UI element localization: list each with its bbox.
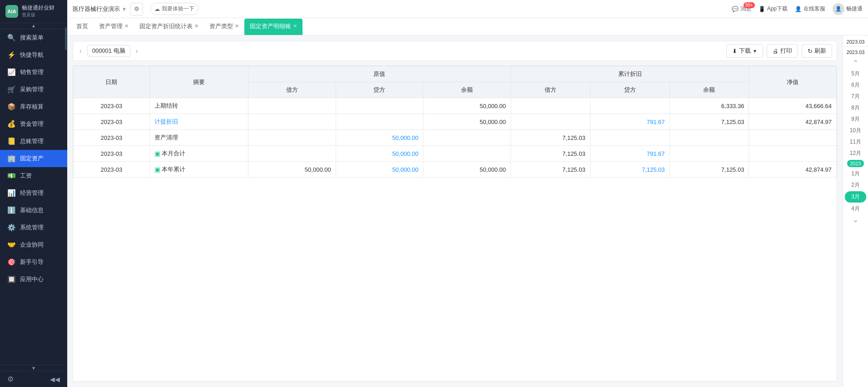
- sidebar-item-operations[interactable]: 📊 经营管理: [0, 184, 67, 202]
- timeline-nav-down[interactable]: ⌄: [852, 214, 859, 225]
- sidebar-bottom: ⚙ ◀◀: [0, 371, 67, 387]
- tab-asset-management[interactable]: 资产管理 ✕: [94, 19, 134, 35]
- purchase-icon: 🛒: [7, 85, 15, 94]
- sidebar-item-guide[interactable]: 🎯 新手引导: [0, 253, 67, 271]
- tl-month-9[interactable]: 9月: [843, 114, 868, 125]
- th-original-value: 原值: [248, 66, 511, 82]
- table-row: 2023-03计提折旧50,000.00791.677,125.0342,874…: [74, 114, 837, 130]
- sidebar-item-system[interactable]: ⚙️ 系统管理: [0, 219, 67, 236]
- timeline-panel: 2023.03 2023.03 ⌃ 5月 6月 7月 8月 9月 10月 11月…: [843, 35, 868, 387]
- sidebar-item-fixed-assets[interactable]: 🏢 固定资产: [0, 150, 67, 167]
- tl-month-4[interactable]: 4月: [843, 203, 868, 214]
- print-button[interactable]: 🖨 打印: [767, 44, 798, 58]
- finance-icon: 💰: [7, 120, 15, 128]
- table-row: 2023-03上期结转50,000.006,333.3643,666.64: [74, 98, 837, 114]
- sidebar-item-basics[interactable]: ℹ️ 基础信息: [0, 202, 67, 219]
- th-ad-credit: 贷方: [590, 82, 670, 98]
- sidebar-item-quicknav[interactable]: ⚡ 快捷导航: [0, 46, 67, 64]
- settings-icon[interactable]: ⚙: [7, 375, 14, 383]
- tl-year-2023: 2023: [847, 160, 863, 167]
- logo-text: 畅捷通好业财 普及版: [22, 5, 55, 18]
- table-row: 2023-03▣本年累计50,000.0050,000.0050,000.007…: [74, 162, 837, 178]
- download-button[interactable]: ⬇ 下载 ▼: [726, 44, 763, 58]
- sidebar-item-ledger[interactable]: 📒 总账管理: [0, 133, 67, 150]
- tab-home[interactable]: 首页: [71, 19, 94, 35]
- print-icon: 🖨: [773, 48, 779, 55]
- customer-service-button[interactable]: 👤 在线客服: [795, 5, 825, 13]
- experience-button[interactable]: ☁ 我要体验一下: [150, 3, 198, 15]
- tab-close-asset-ledger[interactable]: ✕: [293, 23, 297, 29]
- sidebar-item-payroll[interactable]: 💵 工资: [0, 167, 67, 184]
- avatar: 👤: [833, 3, 844, 15]
- asset-prev-button[interactable]: ‹: [78, 46, 84, 55]
- th-summary: 摘要: [149, 66, 248, 98]
- tl-month-6[interactable]: 6月: [843, 79, 868, 91]
- tab-asset-ledger[interactable]: 固定资产明细账 ✕: [244, 19, 303, 35]
- fixed-assets-icon: 🏢: [7, 154, 15, 163]
- tabs-bar: 首页 资产管理 ✕ 固定资产折旧统计表 ✕ 资产类型 ✕ 固定资产明细账 ✕: [67, 18, 868, 35]
- system-icon: ⚙️: [7, 223, 15, 232]
- download-icon: 📱: [759, 6, 765, 12]
- tab-depreciation-stats[interactable]: 固定资产折旧统计表 ✕: [134, 19, 204, 35]
- refresh-icon: ↻: [808, 48, 813, 55]
- sidebar-item-finance[interactable]: 💰 资金管理: [0, 115, 67, 133]
- tab-close-depreciation-stats[interactable]: ✕: [194, 23, 198, 29]
- refresh-button[interactable]: ↻ 刷新: [802, 44, 832, 58]
- messages-button[interactable]: 💬 消息 99+: [732, 5, 751, 13]
- sidebar-scroll-up[interactable]: ▲: [31, 24, 36, 28]
- th-accumulated-depreciation: 累计折旧: [511, 66, 749, 82]
- timeline-header1: 2023.03: [843, 37, 868, 47]
- timeline-nav-up[interactable]: ⌃: [852, 58, 859, 68]
- tab-close-asset-management[interactable]: ✕: [124, 23, 129, 29]
- tl-month-3[interactable]: 3月: [845, 191, 866, 203]
- ledger-icon: 📒: [7, 137, 15, 145]
- sidebar-item-apps[interactable]: 🔲 应用中心: [0, 271, 67, 288]
- asset-next-button[interactable]: ›: [134, 46, 140, 55]
- sidebar-logo: AtA 畅捷通好业财 普及版: [0, 0, 67, 23]
- sidebar-item-search[interactable]: 🔍 搜索菜单: [0, 29, 67, 46]
- tl-month-7[interactable]: 7月: [843, 91, 868, 102]
- content-main: ‹ 000001 电脑 › ⬇ 下载 ▼ 🖨 打印 ↻ 刷新: [67, 35, 843, 387]
- company-selector[interactable]: 医疗器械行业演示 ▼: [73, 5, 127, 13]
- asset-current-display: 000001 电脑: [87, 45, 130, 57]
- th-ov-balance: 余额: [423, 82, 511, 98]
- sidebar-menu: 🔍 搜索菜单 ⚡ 快捷导航 📈 销售管理 🛒 采购管理 📦 库存核算 💰 资金管…: [0, 29, 67, 365]
- tab-close-asset-type[interactable]: ✕: [235, 23, 239, 29]
- company-name: 医疗器械行业演示: [73, 5, 120, 13]
- service-icon: 👤: [795, 6, 802, 12]
- logo-icon: AtA: [5, 5, 18, 18]
- badge-icon: ▣: [154, 166, 160, 173]
- tl-month-5[interactable]: 5月: [843, 68, 868, 79]
- content-area: ‹ 000001 电脑 › ⬇ 下载 ▼ 🖨 打印 ↻ 刷新: [67, 35, 868, 387]
- table-row: 2023-03资产清理50,000.007,125.03: [74, 130, 837, 146]
- app-download-button[interactable]: 📱 App下载: [759, 5, 788, 13]
- user-avatar[interactable]: 👤 畅捷通: [833, 3, 863, 15]
- sidebar-scrollbar: [64, 23, 67, 364]
- message-icon: 💬: [732, 6, 739, 12]
- table-row: 2023-03▣本月合计50,000.007,125.03791.67: [74, 146, 837, 162]
- tl-month-10[interactable]: 10月: [843, 125, 868, 136]
- collapse-icon[interactable]: ◀◀: [50, 376, 60, 383]
- ledger-table: 日期 摘要 原值 累计折旧 净值 借方 贷方 余额 借方 贷方 余额: [73, 66, 837, 178]
- cloud-icon: ☁: [154, 6, 160, 12]
- tl-month-2[interactable]: 2月: [843, 179, 868, 191]
- sidebar-item-purchase[interactable]: 🛒 采购管理: [0, 81, 67, 98]
- tl-month-1[interactable]: 1月: [843, 168, 868, 179]
- th-date: 日期: [74, 66, 150, 98]
- download-icon: ⬇: [732, 48, 737, 55]
- company-settings-button[interactable]: ⚙: [130, 3, 143, 15]
- sidebar-item-sales[interactable]: 📈 销售管理: [0, 64, 67, 81]
- quicknav-icon: ⚡: [7, 51, 15, 59]
- inventory-icon: 📦: [7, 103, 15, 111]
- tl-month-11[interactable]: 11月: [843, 136, 868, 148]
- apps-icon: 🔲: [7, 275, 15, 283]
- tl-month-12[interactable]: 12月: [843, 148, 868, 159]
- asset-nav-bar: ‹ 000001 电脑 › ⬇ 下载 ▼ 🖨 打印 ↻ 刷新: [73, 41, 837, 61]
- tl-month-8[interactable]: 8月: [843, 102, 868, 114]
- guide-icon: 🎯: [7, 258, 15, 266]
- sidebar-item-inventory[interactable]: 📦 库存核算: [0, 98, 67, 115]
- tab-asset-type[interactable]: 资产类型 ✕: [204, 19, 244, 35]
- sidebar-item-collab[interactable]: 🤝 企业协同: [0, 236, 67, 253]
- th-ov-credit: 贷方: [336, 82, 423, 98]
- sidebar-scroll-down[interactable]: ▼: [31, 366, 36, 370]
